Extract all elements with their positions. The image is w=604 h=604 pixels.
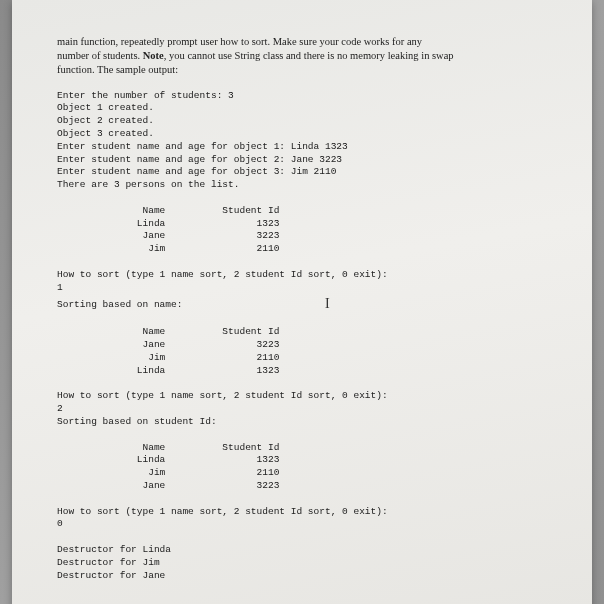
instruction-note: Note	[143, 50, 164, 61]
instruction-line1: main function, repeatedly prompt user ho…	[57, 36, 422, 47]
instruction-line2b: , you cannot use String class and there …	[164, 50, 454, 61]
instruction-line2a: number of students.	[57, 50, 143, 61]
console-output: Enter the number of students: 3 Object 1…	[57, 90, 547, 583]
document-page: main function, repeatedly prompt user ho…	[12, 0, 592, 604]
instruction-text: main function, repeatedly prompt user ho…	[57, 35, 547, 78]
instruction-line3: function. The sample output:	[57, 64, 178, 75]
